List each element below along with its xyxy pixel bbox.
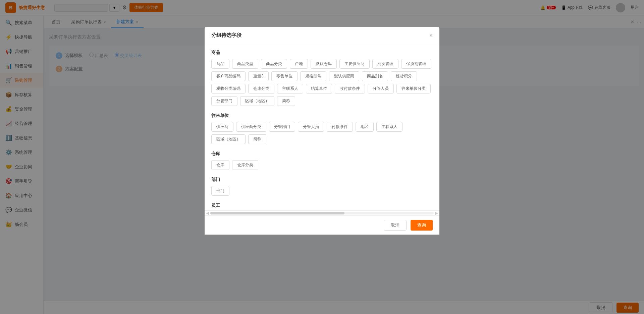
modal-header: 分组待选字段 × bbox=[205, 27, 439, 44]
partner-group-title: 往来单位 bbox=[211, 113, 433, 119]
field-tag-partner-supervisor[interactable]: 分管人员 bbox=[298, 122, 324, 132]
field-tag-region-2[interactable]: 区域（地区） bbox=[211, 134, 246, 144]
field-tag-main-contact[interactable]: 主联系人 bbox=[277, 84, 303, 93]
warehouse-group-title: 仓库 bbox=[211, 151, 433, 157]
scroll-left-icon: ◀ bbox=[206, 211, 209, 215]
horizontal-scrollbar[interactable] bbox=[210, 212, 434, 214]
field-tag-main-contact-2[interactable]: 主联系人 bbox=[376, 122, 402, 132]
field-tag-dept[interactable]: 分管部门 bbox=[211, 96, 237, 106]
modal-footer: 取消 查询 bbox=[205, 215, 439, 235]
modal-overlay: 分组待选字段 × 商品 商品 商品类型 商品分类 产地 默认仓库 主要供应商 批… bbox=[0, 0, 644, 314]
field-tag-weight3[interactable]: 重量3 bbox=[248, 71, 269, 81]
field-tag-default-supplier[interactable]: 默认供应商 bbox=[329, 71, 359, 81]
field-tag-payment-condition[interactable]: 付款条件 bbox=[327, 122, 353, 132]
modal-close-button[interactable]: × bbox=[429, 33, 433, 39]
field-tag-settlement-unit[interactable]: 结算单位 bbox=[306, 84, 332, 93]
dept-field-tags: 部门 bbox=[211, 186, 433, 196]
field-tag-expiry-mgmt[interactable]: 保质期管理 bbox=[401, 59, 431, 69]
field-group-department: 部门 部门 bbox=[211, 177, 433, 196]
modal-scrollbar-area[interactable]: ◀ ▶ bbox=[205, 210, 439, 215]
field-tag-product[interactable]: 商品 bbox=[211, 59, 229, 69]
field-tag-partner-dept[interactable]: 分管部门 bbox=[269, 122, 295, 132]
field-tag-warehouse-cat[interactable]: 仓库分类 bbox=[232, 160, 258, 170]
field-group-product: 商品 商品 商品类型 商品分类 产地 默认仓库 主要供应商 批次管理 保质期管理… bbox=[211, 50, 433, 106]
field-tag-refine-points[interactable]: 炼货积分 bbox=[391, 71, 417, 81]
field-tag-warehouse[interactable]: 仓库 bbox=[211, 160, 229, 170]
field-tag-spec-model[interactable]: 规格型号 bbox=[300, 71, 326, 81]
field-tag-supplier-category[interactable]: 供应商分类 bbox=[236, 122, 266, 132]
product-field-tags: 商品 商品类型 商品分类 产地 默认仓库 主要供应商 批次管理 保质期管理 客户… bbox=[211, 59, 433, 106]
field-tag-partner-category[interactable]: 往来单位分类 bbox=[396, 84, 431, 93]
field-tag-region[interactable]: 区域（地区） bbox=[240, 96, 274, 106]
field-tag-short-name-2[interactable]: 简称 bbox=[248, 134, 266, 144]
field-tag-main-supplier[interactable]: 主要供应商 bbox=[339, 59, 370, 69]
field-group-staff: 员工 业务员 bbox=[211, 202, 433, 210]
field-tag-tax-code[interactable]: 税收分类编码 bbox=[211, 84, 246, 93]
field-tag-product-alias[interactable]: 商品别名 bbox=[362, 71, 388, 81]
field-group-partner: 往来单位 供应商 供应商分类 分管部门 分管人员 付款条件 地区 主联系人 区域… bbox=[211, 113, 433, 144]
field-tag-short-name[interactable]: 简称 bbox=[277, 96, 295, 106]
modal-body[interactable]: 商品 商品 商品类型 商品分类 产地 默认仓库 主要供应商 批次管理 保质期管理… bbox=[205, 44, 439, 210]
staff-group-title: 员工 bbox=[211, 202, 433, 208]
field-tag-default-warehouse[interactable]: 默认仓库 bbox=[311, 59, 337, 69]
field-tag-warehouse-category[interactable]: 仓库分类 bbox=[248, 84, 274, 93]
cancel-button[interactable]: 取消 bbox=[384, 220, 407, 231]
field-tag-batch-mgmt[interactable]: 批次管理 bbox=[372, 59, 398, 69]
partner-field-tags: 供应商 供应商分类 分管部门 分管人员 付款条件 地区 主联系人 区域（地区） … bbox=[211, 122, 433, 144]
dept-group-title: 部门 bbox=[211, 177, 433, 183]
field-tag-supervisor[interactable]: 分管人员 bbox=[368, 84, 394, 93]
modal-title: 分组待选字段 bbox=[211, 32, 241, 39]
field-tag-supplier[interactable]: 供应商 bbox=[211, 122, 233, 132]
modal-dialog: 分组待选字段 × 商品 商品 商品类型 商品分类 产地 默认仓库 主要供应商 批… bbox=[205, 27, 439, 235]
field-tag-origin[interactable]: 产地 bbox=[290, 59, 308, 69]
field-tag-retail-unit[interactable]: 零售单位 bbox=[271, 71, 298, 81]
scroll-right-icon: ▶ bbox=[435, 211, 438, 215]
field-group-warehouse: 仓库 仓库 仓库分类 bbox=[211, 151, 433, 170]
field-tag-customer-code[interactable]: 客户商品编码 bbox=[211, 71, 246, 81]
field-tag-product-type[interactable]: 商品类型 bbox=[232, 59, 258, 69]
field-tag-area[interactable]: 地区 bbox=[356, 122, 374, 132]
field-tag-department[interactable]: 部门 bbox=[211, 186, 229, 196]
field-tag-product-category[interactable]: 商品分类 bbox=[261, 59, 287, 69]
field-tag-payment-terms[interactable]: 收付款条件 bbox=[335, 84, 365, 93]
warehouse-field-tags: 仓库 仓库分类 bbox=[211, 160, 433, 170]
confirm-button[interactable]: 查询 bbox=[411, 220, 433, 231]
product-group-title: 商品 bbox=[211, 50, 433, 56]
scrollbar-thumb bbox=[210, 212, 344, 214]
